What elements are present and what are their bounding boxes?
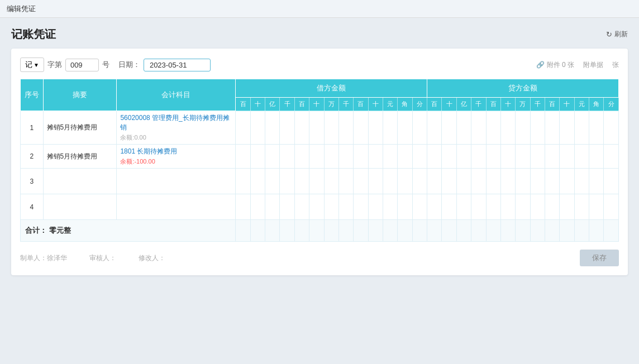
r3-d2[interactable] bbox=[250, 169, 265, 194]
r3-c4[interactable] bbox=[471, 169, 486, 194]
r1-c7[interactable] bbox=[516, 111, 530, 145]
r1-c12[interactable] bbox=[589, 111, 604, 145]
r2-d7[interactable] bbox=[324, 145, 338, 169]
r2-d1[interactable] bbox=[236, 145, 250, 169]
r1-d9[interactable] bbox=[354, 111, 368, 145]
r2-c8[interactable] bbox=[530, 145, 545, 169]
row-account-4[interactable] bbox=[117, 194, 236, 220]
r2-c1[interactable] bbox=[427, 145, 442, 169]
r3-d10[interactable] bbox=[368, 169, 383, 194]
row-summary-4[interactable] bbox=[43, 194, 117, 220]
r3-d9[interactable] bbox=[354, 169, 368, 194]
save-button[interactable]: 保存 bbox=[580, 250, 619, 266]
r3-c13[interactable] bbox=[604, 169, 619, 194]
r4-c6[interactable] bbox=[500, 194, 515, 220]
r4-c7[interactable] bbox=[516, 194, 530, 220]
r2-c13[interactable] bbox=[604, 145, 619, 169]
r1-c5[interactable] bbox=[486, 111, 500, 145]
r4-d11[interactable] bbox=[383, 194, 397, 220]
r3-d7[interactable] bbox=[324, 169, 338, 194]
r2-d5[interactable] bbox=[294, 145, 309, 169]
r3-d3[interactable] bbox=[265, 169, 280, 194]
r3-d1[interactable] bbox=[236, 169, 250, 194]
r3-c10[interactable] bbox=[560, 169, 574, 194]
r3-c12[interactable] bbox=[589, 169, 604, 194]
r3-d13[interactable] bbox=[412, 169, 427, 194]
r1-d8[interactable] bbox=[338, 111, 353, 145]
r1-c9[interactable] bbox=[545, 111, 559, 145]
r1-d1[interactable] bbox=[236, 111, 250, 145]
r1-d11[interactable] bbox=[383, 111, 397, 145]
r1-d7[interactable] bbox=[324, 111, 338, 145]
r4-d13[interactable] bbox=[412, 194, 427, 220]
r2-d8[interactable] bbox=[338, 145, 353, 169]
r3-d11[interactable] bbox=[383, 169, 397, 194]
r3-d12[interactable] bbox=[398, 169, 412, 194]
r4-d6[interactable] bbox=[309, 194, 324, 220]
r1-c1[interactable] bbox=[427, 111, 442, 145]
r2-d11[interactable] bbox=[383, 145, 397, 169]
r4-d12[interactable] bbox=[398, 194, 412, 220]
r1-d12[interactable] bbox=[398, 111, 412, 145]
r1-c13[interactable] bbox=[604, 111, 619, 145]
r2-d9[interactable] bbox=[354, 145, 368, 169]
r3-d6[interactable] bbox=[309, 169, 324, 194]
type-dropdown[interactable]: 记 ▼ bbox=[20, 58, 44, 72]
r2-c11[interactable] bbox=[574, 145, 589, 169]
r4-c11[interactable] bbox=[574, 194, 589, 220]
r3-c3[interactable] bbox=[456, 169, 471, 194]
r2-c4[interactable] bbox=[471, 145, 486, 169]
r1-d10[interactable] bbox=[368, 111, 383, 145]
refresh-button[interactable]: ↻ 刷新 bbox=[606, 30, 628, 39]
r3-d8[interactable] bbox=[338, 169, 353, 194]
r4-c9[interactable] bbox=[545, 194, 559, 220]
r1-d2[interactable] bbox=[250, 111, 265, 145]
r1-c3[interactable] bbox=[456, 111, 471, 145]
row-account-1[interactable]: 56020008 管理费用_长期待摊费用摊销 余额:0.00 bbox=[117, 111, 236, 145]
r4-c12[interactable] bbox=[589, 194, 604, 220]
r3-d4[interactable] bbox=[280, 169, 294, 194]
r1-c8[interactable] bbox=[530, 111, 545, 145]
voucher-number-input[interactable] bbox=[65, 59, 99, 71]
r4-c3[interactable] bbox=[456, 194, 471, 220]
r2-d6[interactable] bbox=[309, 145, 324, 169]
r4-d3[interactable] bbox=[265, 194, 280, 220]
r2-c7[interactable] bbox=[516, 145, 530, 169]
r4-c5[interactable] bbox=[486, 194, 500, 220]
r2-c12[interactable] bbox=[589, 145, 604, 169]
row-account-2[interactable]: 1801 长期待摊费用 余额:-100.00 bbox=[117, 145, 236, 169]
r1-d4[interactable] bbox=[280, 111, 294, 145]
r4-d1[interactable] bbox=[236, 194, 250, 220]
r4-c2[interactable] bbox=[442, 194, 456, 220]
row-account-3[interactable] bbox=[117, 169, 236, 194]
r2-d13[interactable] bbox=[412, 145, 427, 169]
r2-d10[interactable] bbox=[368, 145, 383, 169]
r1-d3[interactable] bbox=[265, 111, 280, 145]
r4-c1[interactable] bbox=[427, 194, 442, 220]
r1-c6[interactable] bbox=[500, 111, 515, 145]
row-summary-3[interactable] bbox=[43, 169, 117, 194]
r4-d8[interactable] bbox=[338, 194, 353, 220]
r4-d2[interactable] bbox=[250, 194, 265, 220]
r3-c7[interactable] bbox=[516, 169, 530, 194]
r3-d5[interactable] bbox=[294, 169, 309, 194]
date-input[interactable] bbox=[144, 59, 211, 71]
r2-c9[interactable] bbox=[545, 145, 559, 169]
r4-c4[interactable] bbox=[471, 194, 486, 220]
r3-c5[interactable] bbox=[486, 169, 500, 194]
r2-d12[interactable] bbox=[398, 145, 412, 169]
r1-c11[interactable] bbox=[574, 111, 589, 145]
r3-c1[interactable] bbox=[427, 169, 442, 194]
r1-c4[interactable] bbox=[471, 111, 486, 145]
r4-d9[interactable] bbox=[354, 194, 368, 220]
r1-d5[interactable] bbox=[294, 111, 309, 145]
r3-c9[interactable] bbox=[545, 169, 559, 194]
r2-d4[interactable] bbox=[280, 145, 294, 169]
r4-c13[interactable] bbox=[604, 194, 619, 220]
r4-d7[interactable] bbox=[324, 194, 338, 220]
r4-c10[interactable] bbox=[560, 194, 574, 220]
r2-c2[interactable] bbox=[442, 145, 456, 169]
r2-c6[interactable] bbox=[500, 145, 515, 169]
row-summary-1[interactable]: 摊销5月待摊费用 bbox=[43, 111, 117, 145]
r4-c8[interactable] bbox=[530, 194, 545, 220]
